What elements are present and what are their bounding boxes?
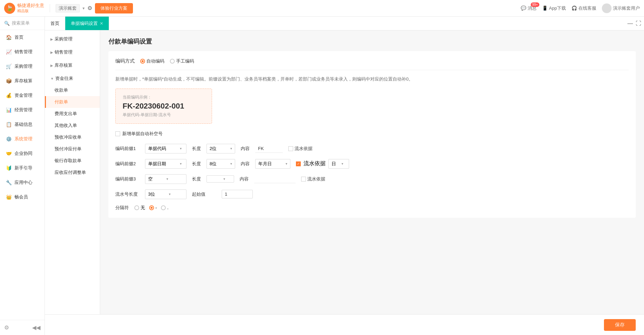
- prefix2-content-select[interactable]: 年月日 ▾: [255, 159, 290, 169]
- prefix2-serial-checkbox[interactable]: ✓: [296, 161, 301, 166]
- page-title: 付款单编码设置: [108, 37, 636, 46]
- sidebar-item-inventory[interactable]: 📦 库存核算: [0, 74, 45, 88]
- sidebar-item-system[interactable]: ⚙️ 系统管理: [0, 132, 45, 146]
- sidebar-item-appstore[interactable]: 🔧 应用中心: [0, 175, 45, 190]
- prefix1-label: 编码前缀1: [115, 146, 140, 152]
- sidebar-item-finance[interactable]: 💰 资金管理: [0, 88, 45, 103]
- sidebar-item-label: 销售管理: [15, 49, 32, 55]
- top-bar: 🍃 畅捷通好生意 精品版 演示账套 ▾ ⚙ 体验行业方案 💬 消息 99+ 📱 …: [0, 0, 644, 17]
- sidebar: 🔍 搜索菜单 🏠 首页 📈 销售管理 🛒 采购管理 📦 库存核算 💰 资金管理 …: [0, 17, 45, 335]
- left-nav-item-advance-payment-label: 预付冲应付单: [55, 146, 81, 151]
- serial-length-label: 流水号长度: [115, 191, 140, 197]
- save-button[interactable]: 保存: [604, 319, 636, 331]
- prefix1-length-value: 2位: [210, 146, 217, 152]
- start-value-input[interactable]: [222, 190, 253, 198]
- settings-bottom-icon[interactable]: ⚙: [3, 323, 10, 332]
- member-icon: 👑: [6, 194, 12, 200]
- sep-dot[interactable]: .: [161, 205, 169, 210]
- sidebar-item-guide[interactable]: 🔰 新手引导: [0, 161, 45, 175]
- left-nav-group-capital-title[interactable]: ▼ 资金往来: [45, 73, 100, 84]
- prefix3-length-select[interactable]: ▾: [206, 175, 234, 183]
- guide-icon: 🔰: [6, 165, 12, 171]
- sidebar-item-home[interactable]: 🏠 首页: [0, 30, 45, 45]
- sidebar-item-label: 采购管理: [15, 63, 32, 69]
- serial-length-value: 3位: [148, 191, 155, 197]
- sep-dash[interactable]: -: [149, 205, 157, 210]
- manual-code-radio[interactable]: 手工编码: [170, 58, 194, 64]
- dropdown-arrow-icon: ▾: [166, 177, 168, 181]
- prefix3-serial-checkbox[interactable]: 流水依据: [301, 176, 325, 182]
- auto-code-radio[interactable]: 自动编码: [140, 58, 164, 64]
- prefix3-serial-check[interactable]: [301, 177, 306, 182]
- purchase-icon: 🛒: [6, 63, 12, 69]
- sep-none-dot: [134, 205, 139, 210]
- company-name[interactable]: 演示账套: [56, 4, 80, 12]
- service-icon: 🎧: [571, 6, 577, 11]
- left-nav-item-expense[interactable]: 费用支出单: [45, 108, 100, 120]
- sidebar-item-operations[interactable]: 📊 经营管理: [0, 103, 45, 117]
- prefix2-select[interactable]: 单据日期 ▾: [145, 159, 186, 169]
- basic-icon: 📋: [6, 121, 12, 128]
- left-nav-item-bank-deposit[interactable]: 银行存取款单: [45, 155, 100, 167]
- sidebar-search[interactable]: 🔍 搜索菜单: [0, 17, 45, 30]
- prefix2-length-select[interactable]: 8位 ▾: [206, 159, 235, 169]
- message-button[interactable]: 💬 消息 99+: [521, 5, 537, 11]
- appstore-icon: 🔧: [6, 179, 12, 186]
- sep-none[interactable]: 无: [134, 205, 145, 211]
- left-nav-item-ar-ap-adjust[interactable]: 应收应付调整单: [45, 167, 100, 178]
- prefix1-serial-checkbox[interactable]: 流水依据: [288, 146, 313, 152]
- tab-maximize-icon[interactable]: ⛶: [636, 20, 641, 27]
- tab-code-setting[interactable]: 单据编码设置 ✕: [65, 17, 109, 30]
- sidebar-item-label: 企业协同: [15, 150, 32, 157]
- sidebar-item-purchase[interactable]: 🛒 采购管理: [0, 59, 45, 74]
- sep-dash-dot: [149, 205, 154, 210]
- left-nav-group-inventory-title[interactable]: ▶ 库存核算: [45, 59, 100, 71]
- app-download-button[interactable]: 📱 App下载: [542, 5, 566, 11]
- left-nav-group-sales-title[interactable]: ▶ 销售管理: [45, 46, 100, 58]
- user-info[interactable]: 演示账套用户: [602, 3, 640, 13]
- separator-label: 分隔符: [115, 205, 129, 211]
- operations-icon: 📊: [6, 107, 12, 113]
- serial-length-select[interactable]: 3位 ▾: [145, 189, 186, 199]
- sidebar-item-sales[interactable]: 📈 销售管理: [0, 45, 45, 59]
- user-name: 演示账套用户: [613, 5, 640, 11]
- logo-sub-text: 精品版: [17, 8, 44, 13]
- left-nav-item-receipt[interactable]: 收款单: [45, 84, 100, 96]
- prefix2-label: 编码前缀2: [115, 161, 140, 167]
- sidebar-item-member[interactable]: 👑 畅会员: [0, 190, 45, 204]
- divider: [50, 4, 50, 12]
- tab-close-icon[interactable]: ✕: [100, 21, 103, 26]
- code-preview: 当前编码示例： FK-20230602-001 单据代码-单据日期-流水号: [115, 89, 212, 124]
- left-nav-group-purchase-title[interactable]: ▶ 采购管理: [45, 33, 100, 45]
- prefix1-row: 编码前缀1 单据代码 ▾ 长度 2位 ▾ 内容: [115, 144, 629, 153]
- tab-home[interactable]: 首页: [45, 17, 65, 30]
- auto-fill-checkbox[interactable]: [115, 131, 120, 136]
- settings-icon[interactable]: ⚙: [87, 5, 92, 11]
- collapse-icon[interactable]: ◀◀: [31, 323, 42, 332]
- app-label: App下载: [549, 5, 566, 11]
- left-nav-item-advance-payment[interactable]: 预付冲应付单: [45, 143, 100, 155]
- chevron-down-icon[interactable]: ▾: [83, 6, 85, 11]
- code-preview-desc: 单据代码-单据日期-流水号: [123, 112, 205, 118]
- home-icon: 🏠: [6, 34, 12, 40]
- online-service-button[interactable]: 🎧 在线客服: [571, 5, 596, 11]
- page-content: ▶ 采购管理 ▶ 销售管理 ▶ 库存核算: [45, 30, 644, 314]
- prefix2-content-label: 内容: [241, 161, 250, 167]
- left-nav-item-other-income[interactable]: 其他收入单: [45, 120, 100, 131]
- prefix1-serial-check[interactable]: [288, 146, 293, 151]
- service-label: 在线客服: [578, 5, 596, 11]
- sidebar-item-corp[interactable]: 🤝 企业协同: [0, 146, 45, 161]
- prefix2-day-select[interactable]: 日 ▾: [328, 159, 349, 169]
- try-industry-button[interactable]: 体验行业方案: [95, 3, 133, 13]
- prefix1-serial-label: 流水依据: [295, 146, 313, 152]
- left-nav-item-bank-deposit-label: 银行存取款单: [55, 158, 81, 163]
- left-nav-item-advance-collection[interactable]: 预收冲应收单: [45, 131, 100, 143]
- prefix1-select[interactable]: 单据代码 ▾: [145, 144, 186, 153]
- prefix3-select[interactable]: 空 ▾: [145, 174, 186, 184]
- prefix1-length-select[interactable]: 2位 ▾: [206, 144, 235, 153]
- left-nav-item-payment[interactable]: 付款单: [45, 96, 100, 108]
- tab-minimize-icon[interactable]: —: [627, 20, 633, 27]
- sidebar-item-basic[interactable]: 📋 基础信息: [0, 117, 45, 132]
- left-nav-item-advance-collection-label: 预收冲应收单: [55, 134, 81, 140]
- logo-icon: 🍃: [4, 3, 15, 14]
